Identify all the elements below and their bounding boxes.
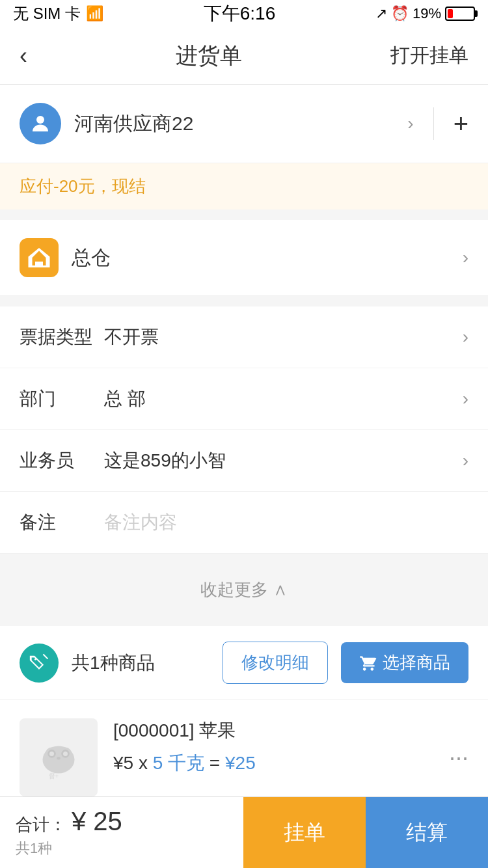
footer-total: 合计： ¥ 25 共1种 (0, 797, 243, 868)
product-multiply: x (139, 753, 153, 773)
supplier-name: 河南供应商22 (74, 111, 407, 137)
form-section: 票据类型 不开票 › 部门 总 部 › 业务员 这是859的小智 › 备注 备注… (0, 306, 488, 554)
invoice-type-chevron-icon: › (463, 327, 468, 347)
checkout-button[interactable]: 结算 (366, 797, 488, 868)
divider (433, 107, 434, 140)
status-time: 下午6:16 (204, 1, 276, 26)
select-product-button[interactable]: 选择商品 (341, 642, 468, 683)
supplier-row[interactable]: 河南供应商22 › + (0, 85, 488, 163)
remark-label: 备注 (20, 510, 104, 535)
product-price: ¥5 x 5 千克 = ¥25 (113, 751, 433, 776)
status-left: 无 SIM 卡 📶 (13, 3, 103, 24)
department-value: 总 部 (104, 387, 463, 411)
product-unit-price: ¥5 (113, 753, 133, 773)
svg-point-7 (63, 752, 68, 756)
product-title: 苹果 (199, 720, 236, 740)
collapse-section: 收起更多 ∧ (0, 564, 488, 616)
product-equals: = (210, 753, 225, 773)
department-row[interactable]: 部门 总 部 › (0, 368, 488, 430)
payment-hint: 应付-20元，现结 (0, 163, 488, 210)
footer: 合计： ¥ 25 共1种 挂单 结算 (0, 796, 488, 868)
svg-text:督+: 督+ (49, 772, 59, 780)
warehouse-row[interactable]: 总仓 › (0, 220, 488, 296)
collapse-button[interactable]: 收起更多 ∧ (0, 564, 488, 616)
salesperson-value: 这是859的小智 (104, 448, 463, 473)
product-section: 共1种商品 修改明细 选择商品 督+ (0, 626, 488, 815)
product-total: ¥25 (225, 753, 256, 773)
alarm-icon: ⏰ (391, 5, 409, 22)
product-quantity: 5 (153, 753, 163, 773)
add-supplier-icon[interactable]: + (454, 109, 468, 139)
battery-fill (448, 9, 453, 18)
total-row: 合计： ¥ 25 (16, 807, 228, 836)
modify-detail-button[interactable]: 修改明细 (223, 642, 328, 684)
supplier-avatar (20, 103, 61, 144)
back-button[interactable]: ‹ (20, 42, 27, 70)
warehouse-section: 总仓 › (0, 220, 488, 296)
warehouse-chevron-icon: › (463, 247, 468, 268)
carrier-text: 无 SIM 卡 (13, 3, 81, 24)
total-amount: ¥ 25 (72, 807, 122, 836)
hang-order-button[interactable]: 挂单 (243, 797, 366, 868)
salesperson-chevron-icon: › (463, 450, 468, 471)
department-chevron-icon: › (463, 388, 468, 409)
product-thumbnail: 督+ (20, 718, 98, 796)
product-unit: 千克 (168, 753, 204, 773)
wifi-icon: 📶 (86, 5, 103, 22)
select-product-label: 选择商品 (383, 651, 450, 674)
warehouse-name: 总仓 (72, 245, 463, 271)
product-code: [0000001] (113, 720, 195, 740)
status-bar: 无 SIM 卡 📶 下午6:16 ↗ ⏰ 19% (0, 0, 488, 27)
remark-row[interactable]: 备注 备注内容 (0, 492, 488, 554)
svg-point-8 (57, 757, 61, 759)
product-more-icon[interactable]: ··· (449, 744, 468, 771)
supplier-chevron-icon: › (407, 113, 413, 134)
warehouse-icon (20, 238, 59, 277)
nav-bar: ‹ 进货单 打开挂单 (0, 27, 488, 85)
product-header: 共1种商品 修改明细 选择商品 (0, 626, 488, 699)
remark-placeholder: 备注内容 (104, 510, 468, 535)
svg-point-6 (49, 752, 54, 756)
product-count-text: 共1种商品 (72, 651, 210, 675)
supplier-actions: › + (407, 107, 468, 140)
invoice-type-value: 不开票 (104, 325, 463, 349)
status-right: ↗ ⏰ 19% (375, 5, 475, 22)
battery-icon (445, 7, 475, 21)
location-icon: ↗ (375, 5, 387, 22)
salesperson-label: 业务员 (20, 448, 104, 473)
supplier-section: 河南供应商22 › + 应付-20元，现结 (0, 85, 488, 210)
page-title: 进货单 (176, 41, 242, 71)
total-label: 合计： (16, 813, 66, 836)
open-hang-button[interactable]: 打开挂单 (390, 42, 468, 69)
svg-point-0 (36, 116, 44, 124)
invoice-type-row[interactable]: 票据类型 不开票 › (0, 306, 488, 368)
product-info: [0000001] 苹果 ¥5 x 5 千克 = ¥25 (113, 718, 433, 776)
total-sub: 共1种 (16, 839, 228, 858)
product-name: [0000001] 苹果 (113, 718, 433, 743)
product-count-icon (20, 644, 59, 683)
department-label: 部门 (20, 387, 104, 411)
salesperson-row[interactable]: 业务员 这是859的小智 › (0, 430, 488, 492)
invoice-type-label: 票据类型 (20, 325, 104, 349)
battery-percentage: 19% (413, 5, 441, 22)
